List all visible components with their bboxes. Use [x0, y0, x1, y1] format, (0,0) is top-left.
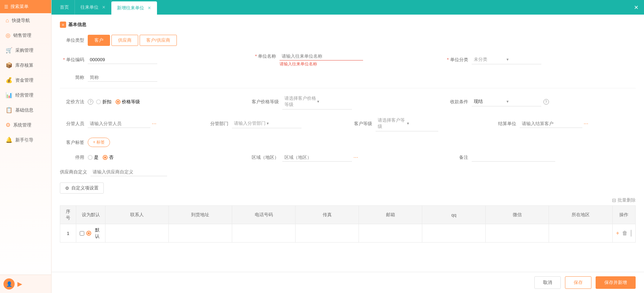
cell-seq: 1	[60, 224, 76, 243]
cell-wechat[interactable]	[486, 224, 549, 243]
save-button[interactable]: 保存	[565, 276, 591, 289]
custom-settings-button[interactable]: ⚙ 自定义项设置	[60, 182, 104, 194]
region-more-btn[interactable]: ···	[352, 154, 359, 161]
cell-email[interactable]	[359, 224, 422, 243]
add-row-icon[interactable]: +	[616, 230, 619, 236]
wechat-input[interactable]	[489, 231, 545, 236]
region-label: 区域（地区）	[252, 154, 282, 161]
cell-address[interactable]	[168, 224, 232, 243]
table-header-row: 序号 设为默认 联系人 到货地址 电话号码 传真 邮箱 qq 微信 所在地区 操…	[60, 206, 636, 224]
qq-input[interactable]	[426, 231, 482, 236]
radio-yes-label: 是	[94, 154, 99, 161]
sidebar-item-inventory[interactable]: 📦 库存核算	[0, 58, 51, 73]
batch-delete-label[interactable]: 批量删除	[618, 197, 636, 203]
pricing-method-field: 定价方法 ? 折扣 价格等级	[60, 99, 252, 105]
sidebar-item-sales[interactable]: ◎ 销售管理	[0, 28, 51, 43]
col-phone: 电话号码	[232, 206, 295, 224]
sidebar-item-newbie[interactable]: 🔔 新手引导	[0, 132, 51, 147]
section-header: ≡ 基本信息	[60, 22, 636, 28]
tab-contacts-close[interactable]: ✕	[102, 5, 105, 10]
tab-home[interactable]: 首页	[54, 0, 75, 15]
remarks-label: 备注	[444, 154, 472, 161]
settlement-unit-more-btn[interactable]: ···	[582, 121, 590, 127]
sidebar-item-finance[interactable]: 💰 资金管理	[0, 73, 51, 88]
radio-yes[interactable]: 是	[88, 154, 99, 161]
payment-terms-select[interactable]: 现结 ▾	[472, 97, 541, 106]
customer-price-level-select[interactable]: 请选择客户价格等级 ▾	[282, 94, 352, 109]
customer-level-select[interactable]: 请选择客户等级 ▾	[376, 116, 438, 131]
fax-input[interactable]	[299, 231, 355, 236]
col-contact: 联系人	[105, 206, 168, 224]
unit-name-input[interactable]	[280, 52, 363, 60]
sidebar-item-purchase[interactable]: 🛒 采购管理	[0, 43, 51, 58]
save-and-new-button[interactable]: 保存并新增	[596, 276, 636, 289]
cell-contact[interactable]	[105, 224, 168, 243]
cell-phone[interactable]	[232, 224, 295, 243]
address-input[interactable]	[172, 231, 228, 236]
region-input[interactable]	[282, 153, 352, 162]
delete-row-icon[interactable]: 🗑	[622, 230, 628, 236]
drag-handle[interactable]	[630, 230, 632, 237]
sidebar-item-basic-info[interactable]: 📋 基础信息	[0, 103, 51, 117]
row-checkbox[interactable]	[80, 231, 84, 236]
cancel-button[interactable]: 取消	[534, 276, 561, 289]
default-radio[interactable]: 默认	[86, 227, 101, 239]
phone-input[interactable]	[236, 231, 292, 236]
abbreviation-label: 简称	[60, 74, 88, 81]
tab-new-contact-label: 新增往来单位	[117, 5, 144, 11]
remarks-input[interactable]	[472, 153, 555, 162]
manager-input[interactable]	[88, 120, 150, 128]
pricing-help-icon[interactable]: ?	[88, 99, 93, 105]
cell-region[interactable]	[549, 224, 612, 243]
payment-terms-help-icon[interactable]: ?	[543, 99, 549, 105]
unit-category-select[interactable]: 未分类 ▾	[472, 55, 541, 64]
tab-new-contact[interactable]: 新增往来单位 ✕	[111, 1, 157, 15]
window-close-button[interactable]: ✕	[631, 4, 641, 11]
customer-price-level-placeholder: 请选择客户价格等级	[284, 95, 317, 108]
supplier-custom-input[interactable]	[91, 168, 167, 176]
type-btn-both[interactable]: 客户/供应商	[140, 35, 177, 46]
unit-name-label: 单位名称	[252, 53, 280, 59]
separator-1	[60, 88, 636, 88]
remarks-field: 备注	[444, 153, 636, 162]
radio-price-level[interactable]: 价格等级	[116, 99, 140, 105]
manager-more-btn[interactable]: ···	[150, 121, 158, 127]
sidebar-item-quick-nav[interactable]: ⌂ 快捷导航	[0, 13, 51, 28]
supplier-custom-label: 供应商自定义	[60, 169, 91, 175]
settlement-unit-input[interactable]	[520, 120, 582, 128]
department-select[interactable]: 请输入分管部门 ▾	[232, 119, 301, 128]
unit-code-input[interactable]	[88, 56, 157, 64]
radio-price-level-label: 价格等级	[122, 99, 140, 105]
supplier-custom-field: 供应商自定义	[60, 168, 290, 176]
unit-type-field: 单位类型 客户 供应商 客户/供应商	[60, 35, 177, 46]
radio-no[interactable]: 否	[103, 154, 113, 161]
abbreviation-input[interactable]	[88, 73, 157, 82]
contact-input[interactable]	[109, 231, 165, 236]
radio-yes-circle	[88, 155, 93, 160]
radio-discount[interactable]: 折扣	[96, 99, 111, 105]
type-btn-customer[interactable]: 客户	[88, 35, 110, 46]
type-btn-supplier[interactable]: 供应商	[111, 35, 138, 46]
expand-icon: ▶	[17, 280, 22, 288]
cell-fax[interactable]	[296, 224, 359, 243]
add-tag-button[interactable]: + 标签	[88, 138, 110, 147]
gear-icon: ⚙	[65, 186, 69, 191]
sidebar-item-system[interactable]: ⚙ 系统管理	[0, 117, 51, 132]
tab-contacts[interactable]: 往来单位 ✕	[75, 0, 111, 15]
search-menu-label: 搜索菜单	[10, 3, 29, 10]
unit-category-label: 单位分类	[444, 57, 472, 63]
region-cell-input[interactable]	[552, 231, 608, 236]
cell-qq[interactable]	[422, 224, 486, 243]
tag-field: 客户标签 + 标签	[60, 138, 110, 147]
email-input[interactable]	[362, 231, 418, 236]
radio-price-level-circle	[116, 99, 120, 104]
tab-new-contact-close[interactable]: ✕	[148, 6, 151, 10]
settlement-unit-field: 结算单位 ···	[492, 120, 636, 128]
search-menu[interactable]: ☰ 搜索菜单	[0, 0, 51, 13]
sidebar-bottom: 👤 ▶	[0, 275, 51, 293]
sidebar-item-label: 新手引导	[15, 137, 33, 143]
sidebar-item-operations[interactable]: 📊 经营管理	[0, 88, 51, 103]
unit-category-value: 未分类	[474, 56, 506, 63]
search-icon: ☰	[4, 4, 8, 9]
customer-level-label: 客户等级	[348, 121, 376, 127]
